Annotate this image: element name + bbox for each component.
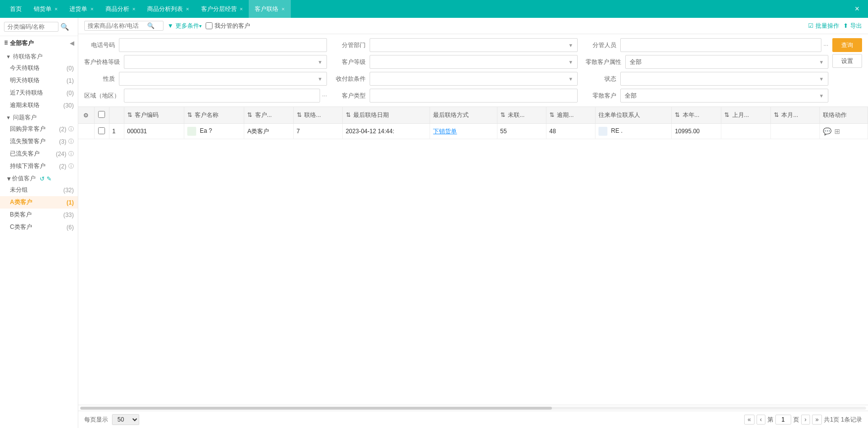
select-all-checkbox[interactable]	[98, 111, 105, 118]
name-column-header[interactable]: ⇅ 客户名称	[184, 107, 244, 124]
chat-icon[interactable]: 💬	[823, 127, 831, 135]
sidebar-item-7days-pending[interactable]: 近7天待联络 (0)	[0, 87, 78, 99]
main-search-input[interactable]	[88, 22, 147, 29]
close-sales-order[interactable]: ×	[54, 6, 57, 12]
refresh-icon[interactable]: ↺	[40, 175, 45, 182]
sidebar-item-today-pending[interactable]: 今天待联络 (0)	[0, 62, 78, 74]
qr-icon[interactable]: ⊞	[834, 127, 840, 135]
prev-contact-column-header[interactable]: 往来单位联系人	[595, 107, 671, 124]
per-page-select[interactable]: 50 100 200	[112, 414, 139, 425]
nature-select[interactable]: ▼	[119, 72, 327, 86]
action-column-header: 联络动作	[819, 107, 868, 124]
main-content: 🔍 ▼ 更多条件 ▾ 我分管的客户 ☑ 批量操作 ⬆ 导出	[78, 18, 868, 428]
region-input[interactable]	[124, 89, 320, 103]
gear-icon[interactable]: ⚙	[83, 112, 89, 119]
sidebar-item-declining[interactable]: 持续下滑客户 (2) ⓘ	[0, 160, 78, 172]
code-column-header[interactable]: ⇅ 客户编码	[124, 107, 184, 124]
edit-icon[interactable]: ✎	[47, 175, 52, 182]
category-search-icon[interactable]: 🔍	[60, 23, 69, 31]
row-checkbox-cell[interactable]	[94, 124, 109, 139]
horizontal-scrollbar[interactable]	[78, 405, 868, 411]
sidebar-item-repurchase-anomaly[interactable]: 回购异常客户 (2) ⓘ	[0, 123, 78, 135]
customer-type-input[interactable]	[370, 89, 578, 103]
gear-column-header[interactable]: ⚙	[78, 107, 94, 124]
last-month-column-header[interactable]: ⇅ 上月...	[721, 107, 770, 124]
row-checkbox[interactable]	[98, 127, 105, 134]
sort-icon-10: ⇅	[774, 111, 779, 118]
close-product-analysis-list[interactable]: ×	[186, 6, 189, 12]
export-button[interactable]: ⬆ 导出	[843, 22, 862, 30]
row-uncontacted-cell: 55	[497, 124, 546, 139]
scrollbar-track	[80, 407, 866, 410]
row-last-method-cell[interactable]: 下销货单	[430, 124, 497, 139]
contact-column-header[interactable]: ⇅ 联络...	[293, 107, 342, 124]
filter-row-1: 电话号码 分管部门 ▼ 分管人员	[84, 38, 828, 52]
filter-row-2: 客户价格等级 ▼ 客户等级 ▼	[84, 55, 828, 69]
sidebar-item-c-class[interactable]: C类客户 (6)	[0, 221, 78, 233]
data-table-container: ⚙ ⇅ 客户编码 ⇅ 客户名称	[78, 107, 868, 405]
sidebar-search-area: 🔍	[0, 18, 78, 36]
all-customers-header[interactable]: ⠿ 全部客户 ◀	[0, 36, 78, 51]
settings-button[interactable]: 设置	[832, 54, 862, 68]
nav-customer-segment[interactable]: 客户分层经营 ×	[195, 0, 249, 18]
checkbox-column-header[interactable]	[94, 107, 109, 124]
nav-customer-contact[interactable]: 客户联络 ×	[249, 0, 290, 18]
action-buttons: 查询 设置	[832, 38, 862, 68]
sidebar-item-a-class[interactable]: A类客户 (1)	[0, 196, 78, 209]
retail-attr-select[interactable]: 全部 ▼	[625, 55, 828, 69]
sidebar-item-churn-warning[interactable]: 流失预警客户 (3) ⓘ	[0, 135, 78, 148]
filter-retail-customer: 零散客户 全部 ▼	[586, 89, 828, 103]
first-page-button[interactable]: «	[744, 415, 755, 425]
last-page-button[interactable]: »	[812, 415, 822, 425]
sidebar-item-tomorrow-pending[interactable]: 明天待联络 (1)	[0, 74, 78, 87]
nav-sales-order[interactable]: 销货单 ×	[28, 0, 63, 18]
customer-level-select[interactable]: ▼	[370, 55, 578, 69]
uncontacted-column-header[interactable]: ⇅ 未联...	[497, 107, 546, 124]
last-date-column-header[interactable]: ⇅ 最后联络日期	[342, 107, 430, 124]
my-customer-check[interactable]	[206, 22, 213, 29]
region-dots-icon[interactable]: ···	[322, 92, 327, 99]
query-button[interactable]: 查询	[832, 38, 862, 52]
main-search-icon[interactable]: 🔍	[147, 22, 155, 29]
filter-region: 区域（地区） ···	[84, 89, 327, 103]
close-customer-contact[interactable]: ×	[281, 6, 284, 12]
this-year-column-header[interactable]: ⇅ 本年...	[672, 107, 721, 124]
close-all-tabs-button[interactable]: ×	[850, 2, 864, 16]
search-wrap: 🔍	[84, 21, 163, 31]
close-purchase-order[interactable]: ×	[90, 6, 93, 12]
my-customer-checkbox[interactable]: 我分管的客户	[206, 22, 250, 30]
nav-home[interactable]: 首页	[4, 0, 28, 18]
page-number-input[interactable]	[775, 415, 791, 425]
batch-operation-button[interactable]: ☑ 批量操作	[808, 22, 839, 30]
customer-table: ⚙ ⇅ 客户编码 ⇅ 客户名称	[78, 107, 868, 139]
nav-product-analysis[interactable]: 商品分析 ×	[100, 0, 141, 18]
payment-select[interactable]: ▼	[370, 72, 578, 86]
person-input[interactable]	[620, 38, 821, 52]
filter-row-4: 区域（地区） ··· 客户类型 零散客户	[84, 89, 828, 103]
more-filter-button[interactable]: ▼ 更多条件 ▾	[167, 22, 202, 30]
prev-page-button[interactable]: ‹	[757, 415, 765, 425]
sidebar-item-overdue-pending[interactable]: 逾期未联络 (30)	[0, 99, 78, 111]
this-month-column-header[interactable]: ⇅ 本月...	[770, 107, 819, 124]
category-search-input[interactable]	[4, 22, 58, 32]
filter-bar: 🔍 ▼ 更多条件 ▾ 我分管的客户 ☑ 批量操作 ⬆ 导出	[78, 18, 868, 34]
price-level-select[interactable]: ▼	[124, 55, 327, 69]
sidebar-item-b-class[interactable]: B类客户 (33)	[0, 209, 78, 221]
nav-product-analysis-list[interactable]: 商品分析列表 ×	[141, 0, 195, 18]
retail-customer-select[interactable]: 全部 ▼	[620, 89, 828, 103]
next-page-button[interactable]: ›	[801, 415, 810, 425]
close-product-analysis[interactable]: ×	[132, 6, 135, 12]
dept-select[interactable]: ▼	[370, 38, 578, 52]
type-column-header[interactable]: ⇅ 客户...	[244, 107, 293, 124]
nav-purchase-order[interactable]: 进货单 ×	[63, 0, 99, 18]
person-dots-icon[interactable]: ···	[823, 42, 828, 49]
sidebar-item-unclassified[interactable]: 未分组 (32)	[0, 184, 78, 196]
status-select[interactable]: ▼	[620, 72, 828, 86]
overdue-column-header[interactable]: ⇅ 逾期...	[546, 107, 595, 124]
phone-input[interactable]	[119, 38, 327, 52]
last-method-column-header[interactable]: 最后联络方式	[430, 107, 497, 124]
close-customer-segment[interactable]: ×	[240, 6, 243, 12]
filter-icon: ▼	[167, 22, 173, 29]
sidebar-item-churned[interactable]: 已流失客户 (24) ⓘ	[0, 148, 78, 160]
scrollbar-thumb[interactable]	[80, 407, 552, 410]
